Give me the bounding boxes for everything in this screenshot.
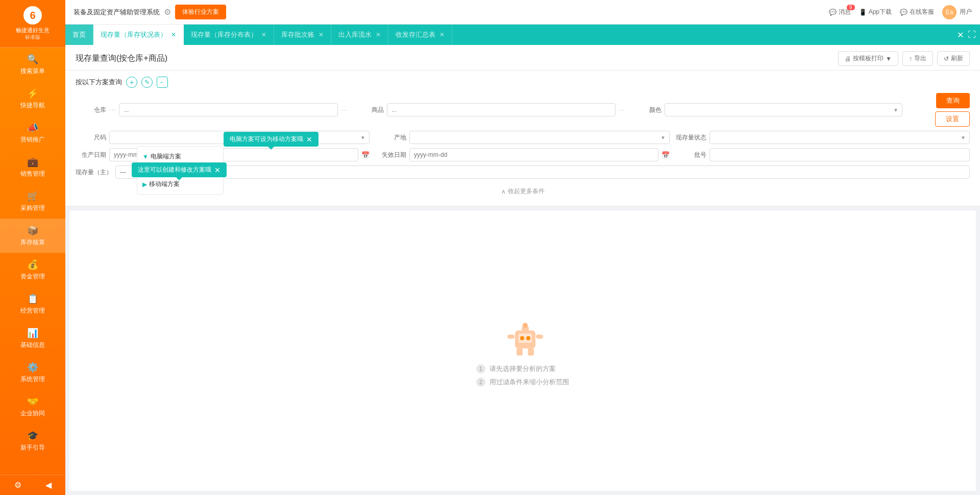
message-icon: 💬 — [829, 9, 837, 16]
settings-icon[interactable]: ⚙ — [164, 7, 171, 17]
tab-close-all-icon[interactable]: ✕ — [957, 30, 964, 40]
sidebar-item-nav[interactable]: ⚡ 快捷导航 — [0, 82, 65, 116]
svg-rect-9 — [536, 335, 543, 339]
filter-label: 按以下方案查询 — [76, 78, 122, 87]
goods-more-icon[interactable]: ··· — [619, 106, 625, 114]
export-button[interactable]: ↑ 导出 — [902, 51, 933, 66]
sidebar-item-basic[interactable]: 📊 基础信息 — [0, 321, 65, 356]
online-service-button[interactable]: 💬 在线客服 — [900, 8, 934, 16]
tab-flow[interactable]: 出入库流水 ✕ — [331, 25, 388, 45]
stock-status-label: 现存量状态 — [676, 133, 706, 142]
stock-qty-label: 现存量（主） — [76, 168, 112, 177]
collapse-up-icon: ∧ — [501, 188, 506, 195]
exp-date-input[interactable] — [409, 148, 658, 161]
stock-status-select-wrapper: ▼ — [709, 131, 970, 144]
query-button[interactable]: 查询 — [936, 93, 970, 108]
color-select[interactable] — [665, 103, 902, 116]
app-label: App下载 — [869, 8, 892, 16]
tab-fullscreen-icon[interactable]: ⛶ — [968, 30, 976, 39]
sidebar-item-enterprise[interactable]: 🤝 企业协同 — [0, 390, 65, 424]
warehouse-label: 仓库 — [76, 106, 106, 114]
tab-inventory-dist[interactable]: 现存量（库存分布表） ✕ — [184, 25, 274, 45]
stock-status-select[interactable] — [709, 131, 970, 144]
batch-input[interactable] — [709, 148, 970, 161]
hint-num-1: 1 — [476, 364, 485, 373]
logo-text: 畅捷通好生意 — [16, 27, 50, 34]
app-download-button[interactable]: 📱 App下载 — [859, 8, 892, 16]
sidebar-item-sales[interactable]: 💼 销售管理 — [0, 150, 65, 184]
guide-icon: 🎓 — [27, 430, 38, 441]
sidebar-item-marketing[interactable]: 📣 营销推广 — [0, 116, 65, 150]
tab-summary[interactable]: 收发存汇总表 ✕ — [388, 25, 452, 45]
experience-button[interactable]: 体验行业方案 — [175, 5, 226, 19]
search-icon: 🔍 — [27, 54, 38, 65]
refresh-button[interactable]: ↺ 刷新 — [937, 51, 970, 66]
tab-batch-close[interactable]: ✕ — [318, 31, 324, 38]
prod-date-calendar-icon[interactable]: 📅 — [361, 151, 370, 159]
tab-inventory-status-label: 现存量（库存状况表） — [101, 30, 167, 39]
set-button[interactable]: 设置 — [935, 111, 970, 127]
color-select-wrapper: ▼ — [665, 103, 902, 116]
sidebar-item-search[interactable]: 🔍 搜索菜单 — [0, 48, 65, 82]
inventory-icon: 📦 — [27, 225, 38, 236]
tab-inventory-dist-label: 现存量（库存分布表） — [191, 30, 257, 39]
tab-batch[interactable]: 库存批次账 ✕ — [274, 25, 331, 45]
user-menu[interactable]: Ea 用户 — [942, 5, 972, 19]
header-right: 💬 消息 9 📱 App下载 💬 在线客服 Ea 用户 — [829, 5, 972, 19]
exp-date-label: 失效日期 — [376, 151, 406, 159]
sidebar-item-operation[interactable]: 📋 经营管理 — [0, 287, 65, 321]
avatar: Ea — [942, 5, 957, 19]
logo-icon: 6 — [23, 6, 42, 25]
svg-rect-8 — [507, 335, 514, 339]
stock-qty-min-input[interactable] — [115, 166, 970, 179]
message-button[interactable]: 💬 消息 9 — [829, 8, 851, 16]
refresh-icon: ↺ — [944, 55, 949, 62]
origin-select[interactable] — [409, 131, 670, 144]
tab-flow-close[interactable]: ✕ — [376, 31, 381, 38]
sidebar-item-purchase[interactable]: 🛒 采购管理 — [0, 184, 65, 219]
sidebar-item-guide[interactable]: 🎓 新手引导 — [0, 424, 65, 458]
main-area: 装备及固定资产辅助管理系统 ⚙ 体验行业方案 💬 消息 9 📱 App下载 💬 … — [65, 0, 980, 495]
sidebar-item-finance[interactable]: 💰 资金管理 — [0, 253, 65, 287]
goods-label: 商品 — [353, 106, 384, 114]
filter-row-batch: 批号 — [676, 148, 970, 161]
filter-row-goods: 商品 ··· — [353, 93, 625, 127]
sidebar-item-label: 基础信息 — [20, 341, 45, 349]
tab-summary-close[interactable]: ✕ — [439, 31, 445, 38]
robot-svg — [502, 315, 548, 361]
scheme-arrow-button[interactable]: ← — [157, 77, 168, 88]
data-area: 1 请先选择要分析的方案 2 用过滤条件来缩小分析范围 — [69, 210, 976, 491]
tab-inventory-dist-close[interactable]: ✕ — [261, 31, 266, 38]
sidebar-item-label: 系统管理 — [20, 375, 45, 384]
tab-inventory-status-close[interactable]: ✕ — [171, 31, 176, 38]
tooltip-text-1: 电脑方案可设为移动方案哦 — [230, 135, 303, 144]
empty-hint-1: 1 请先选择要分析的方案 — [476, 364, 569, 373]
exp-date-calendar-icon[interactable]: 📅 — [662, 151, 670, 159]
scheme-tree-item-pc[interactable]: ▼ 电脑端方案 — [137, 150, 223, 163]
collapse-sidebar-icon[interactable]: ◀ — [45, 480, 52, 490]
add-scheme-button[interactable]: + — [126, 77, 137, 88]
tooltip-1-close[interactable]: ✕ — [306, 135, 312, 144]
settings-bottom-icon[interactable]: ⚙ — [14, 480, 21, 490]
sidebar-bottom: ⚙ ◀ — [0, 475, 65, 495]
hint-num-2: 2 — [476, 378, 485, 387]
print-button[interactable]: 🖨 按模板打印 ▼ — [838, 51, 898, 66]
warehouse-more-icon[interactable]: ··· — [341, 106, 347, 114]
tab-home[interactable]: 首页 — [65, 25, 93, 45]
edit-scheme-button[interactable]: ✎ — [141, 77, 153, 88]
tab-inventory-status[interactable]: 现存量（库存状况表） ✕ — [93, 25, 184, 45]
warehouse-input[interactable] — [119, 103, 338, 116]
header-left: 装备及固定资产辅助管理系统 ⚙ 体验行业方案 — [74, 5, 226, 19]
goods-input[interactable] — [387, 103, 616, 116]
page-header: 现存量查询(按仓库+商品) 🖨 按模板打印 ▼ ↑ 导出 ↺ 刷新 — [65, 45, 980, 70]
purchase-icon: 🛒 — [27, 191, 38, 202]
tooltip-mobile-scheme: 电脑方案可设为移动方案哦 ✕ — [224, 132, 318, 147]
tooltip-2-close[interactable]: ✕ — [214, 166, 220, 174]
sidebar-item-system[interactable]: ⚙️ 系统管理 — [0, 356, 65, 390]
sidebar-item-inventory[interactable]: 📦 库存核算 — [0, 219, 65, 253]
filter-row-color: 颜色 ▼ — [631, 93, 902, 127]
warehouse-dots[interactable]: ··· — [109, 105, 116, 114]
service-label: 在线客服 — [910, 8, 934, 16]
batch-label: 批号 — [676, 151, 706, 159]
collapse-arrow-icon: ▶ — [142, 181, 147, 188]
